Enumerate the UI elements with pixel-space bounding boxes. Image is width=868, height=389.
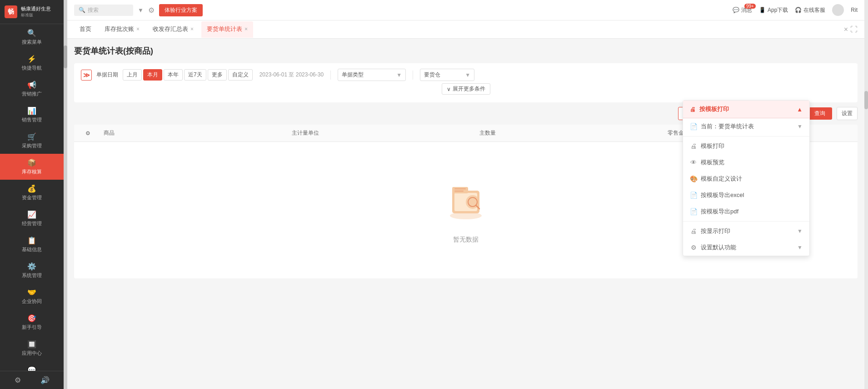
- user-avatar[interactable]: [832, 4, 844, 16]
- filter-row: ≫ 单据日期 上月 本月 本年 近7天 更多 自定义 2023-06-01 至 …: [81, 69, 851, 81]
- sidebar-item-wechat[interactable]: 💬 企业微信: [0, 361, 64, 371]
- sidebar-item-guide[interactable]: 🎯 新手引导: [0, 309, 64, 335]
- filter-divider: [330, 71, 331, 80]
- dropdown-title: 🖨 按模板打印: [690, 105, 729, 113]
- expand-more-button[interactable]: ∨ 展开更多条件: [442, 83, 490, 95]
- dropdown-template-pdf[interactable]: 📄 按模板导出pdf: [683, 203, 809, 220]
- expand-more-row: ∨ 展开更多条件: [81, 81, 851, 97]
- sidebar-item-inventory[interactable]: 📦 库存核算: [0, 154, 64, 180]
- col-goods: 商品: [99, 129, 287, 137]
- sidebar-item-app-center[interactable]: 🔲 应用中心: [0, 335, 64, 361]
- search-box[interactable]: 🔍 搜索: [74, 5, 133, 16]
- template-print-icon: 🖨: [690, 142, 697, 150]
- app-download-item[interactable]: 📱 App下载: [759, 6, 788, 14]
- target-icon: 🎯: [27, 314, 36, 323]
- custom-button[interactable]: 自定义: [228, 69, 253, 81]
- set-default-arrow-icon: ▼: [797, 244, 803, 251]
- warehouse-select[interactable]: 要货仓 ▼: [420, 69, 474, 81]
- current-year-button[interactable]: 本年: [164, 69, 183, 81]
- sidebar-item-search[interactable]: 🔍 搜索菜单: [0, 24, 64, 50]
- tab-order-summary[interactable]: 要货单统计表 ×: [201, 21, 253, 38]
- date-buttons: 上月 本月 本年 近7天 更多 自定义: [123, 69, 253, 81]
- sidebar-item-purchase[interactable]: 🛒 采购管理: [0, 128, 64, 154]
- more-button[interactable]: 更多: [208, 69, 227, 81]
- topbar-icons: 💬 消息 99+ 📱 App下载 🎧 在线客服 Rit: [733, 4, 858, 16]
- svg-rect-7: [454, 188, 466, 189]
- megaphone-icon: 📢: [27, 81, 36, 89]
- col-quantity: 主数量: [475, 129, 663, 137]
- empty-icon: [443, 177, 489, 231]
- filter-bar: ≫ 单据日期 上月 本月 本年 近7天 更多 自定义 2023-06-01 至 …: [74, 63, 858, 102]
- dropdown-close-icon[interactable]: ▲: [797, 106, 803, 113]
- sidebar-item-marketing[interactable]: 📢 营销推广: [0, 76, 64, 102]
- sidebar-item-operations[interactable]: 📈 经营管理: [0, 206, 64, 232]
- tab-bar: 首页 库存批次账 × 收发存汇总表 × 要货单统计表 × × ⛶: [67, 20, 864, 39]
- sidebar-item-sales[interactable]: 📊 销售管理: [0, 102, 64, 128]
- trend-icon: 📈: [27, 210, 36, 219]
- sidebar-bottom: ⚙ 🔊: [0, 371, 64, 389]
- tab-receipt-summary[interactable]: 收发存汇总表 ×: [147, 21, 199, 38]
- online-service-item[interactable]: 🎧 在线客服: [795, 6, 825, 14]
- sidebar-item-base-info[interactable]: 📋 基础信息: [0, 232, 64, 258]
- type-select-arrow: ▼: [396, 72, 402, 78]
- download-icon: 📱: [759, 7, 766, 13]
- dropdown-template-print[interactable]: 🖨 模板打印: [683, 138, 809, 154]
- close-inventory-batch-icon[interactable]: ×: [136, 26, 140, 32]
- service-icon: 🎧: [795, 7, 802, 13]
- settings-button[interactable]: 设置: [837, 107, 858, 120]
- dropdown-popup: 🖨 按模板打印 ▲ 📄 当前：要货单统计表 ▼ 🖨 模板打印 👁 模板预览 🎨: [683, 100, 810, 256]
- lightning-icon: ⚡: [27, 55, 36, 63]
- window-close-icon[interactable]: ×: [844, 25, 848, 34]
- excel-icon: 📄: [690, 192, 697, 199]
- empty-text: 暂无数据: [453, 236, 479, 244]
- logo-text: 畅康通好生意 标准版: [21, 5, 51, 18]
- svg-rect-8: [454, 191, 464, 192]
- sidebar-item-shortcut[interactable]: ⚡ 快捷导航: [0, 50, 64, 76]
- dropdown-current-item[interactable]: 📄 当前：要货单统计表 ▼: [683, 118, 809, 135]
- topbar-gear-icon[interactable]: ⚙: [148, 6, 155, 15]
- search-icon: 🔍: [79, 7, 85, 13]
- query-button[interactable]: 查询: [808, 107, 832, 120]
- bell-icon: 💬: [733, 7, 739, 13]
- box-icon: 📦: [27, 158, 36, 167]
- warehouse-select-arrow: ▼: [465, 72, 470, 78]
- prev-month-button[interactable]: 上月: [123, 69, 142, 81]
- filter-divider2: [413, 71, 413, 80]
- window-expand-icon[interactable]: ⛶: [850, 25, 858, 34]
- display-print-arrow-icon: ▼: [797, 228, 803, 234]
- col-settings[interactable]: ⚙: [81, 130, 99, 136]
- dropdown-display-print[interactable]: 🖨 按显示打印 ▼: [683, 223, 809, 239]
- type-select[interactable]: 单据类型 ▼: [338, 69, 406, 81]
- page-title: 要货单统计表(按商品): [74, 45, 858, 56]
- sound-bottom-icon[interactable]: 🔊: [40, 376, 50, 384]
- col-unit: 主计量单位: [287, 129, 475, 137]
- dropdown-template-design[interactable]: 🎨 模板自定义设计: [683, 171, 809, 187]
- sidebar-item-finance[interactable]: 💰 资金管理: [0, 180, 64, 206]
- dropdown-template-excel[interactable]: 📄 按模板导出excel: [683, 187, 809, 203]
- dropdown-arrow[interactable]: ▼: [138, 7, 144, 14]
- printer-dropdown-icon: 🖨: [690, 106, 696, 113]
- app-logo: 畅 畅康通好生意 标准版: [0, 0, 64, 24]
- settings-bottom-icon[interactable]: ⚙: [15, 376, 21, 384]
- tab-home[interactable]: 首页: [74, 21, 97, 38]
- tab-inventory-batch[interactable]: 库存批次账 ×: [99, 21, 145, 38]
- current-template-icon: 📄: [690, 123, 697, 130]
- messages-icon-item[interactable]: 💬 消息 99+: [733, 6, 752, 14]
- last7-button[interactable]: 近7天: [184, 69, 206, 81]
- template-design-icon: 🎨: [690, 175, 697, 182]
- display-print-icon: 🖨: [690, 227, 697, 235]
- close-order-summary-icon[interactable]: ×: [244, 26, 248, 32]
- sidebar-scroll-thumb: [64, 45, 67, 68]
- close-receipt-summary-icon[interactable]: ×: [190, 26, 194, 32]
- current-arrow-icon: ▼: [797, 123, 803, 130]
- sidebar-item-enterprise[interactable]: 🤝 企业协同: [0, 283, 64, 309]
- sidebar-item-system[interactable]: ⚙️ 系统管理: [0, 258, 64, 283]
- dropdown-template-preview[interactable]: 👁 模板预览: [683, 154, 809, 171]
- date-filter-label: 单据日期: [96, 71, 118, 79]
- dropdown-set-default[interactable]: ⚙ 设置默认功能 ▼: [683, 239, 809, 256]
- trial-button[interactable]: 体验行业方案: [159, 4, 203, 16]
- sidebar-scrollbar[interactable]: [64, 0, 67, 389]
- current-month-button[interactable]: 本月: [143, 69, 162, 81]
- filter-expand-button[interactable]: ≫: [81, 70, 92, 81]
- right-scrollbar[interactable]: [864, 0, 868, 389]
